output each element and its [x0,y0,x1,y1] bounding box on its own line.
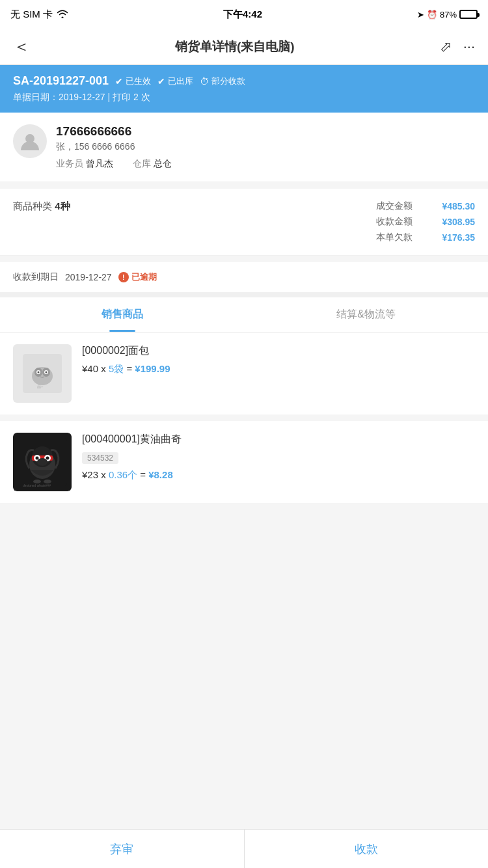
product-name-1: [0000002]面包 [82,344,475,358]
status-badge-shipped: ✔ 已出库 [157,75,193,87]
svg-point-2 [32,367,53,385]
summary-section: 商品种类 4种 成交金额 ¥485.30 收款金额 ¥308.95 本单欠款 ¥… [0,189,488,256]
status-bar: 无 SIM 卡 下午4:42 ➤ ⏰ 87% [0,0,488,29]
more-button[interactable]: ··· [463,38,475,55]
battery-icon [459,10,478,19]
summary-grid: 商品种类 4种 成交金额 ¥485.30 收款金额 ¥308.95 本单欠款 ¥… [13,200,475,243]
warehouse: 仓库 总仓 [133,158,172,170]
status-right: ➤ ⏰ 87% [417,10,478,20]
product-list: 品+ [0000002]面包 ¥40 x 5袋 = ¥199.99 [0,332,488,503]
tab-bar: 销售商品 结算&物流等 [0,297,488,332]
svg-text:designed whats###: designed whats### [23,483,51,487]
svg-point-7 [38,372,40,373]
product-item-1: 品+ [0000002]面包 ¥40 x 5袋 = ¥199.99 [0,332,488,414]
cancel-review-button[interactable]: 弃审 [0,830,245,868]
product-image-2: designed whats### [13,433,72,491]
received-amount-row: 收款金额 ¥308.95 [376,216,475,228]
svg-point-16 [36,457,39,460]
clock-icon: ⏱ [200,76,209,87]
svg-point-8 [46,372,47,373]
svg-point-18 [37,458,47,466]
customer-id: 17666666666 [56,124,475,139]
product-sku-2: 534532 [82,452,475,469]
due-date-section: 收款到期日 2019-12-27 ! 已逾期 [0,262,488,297]
wifi-icon [57,9,68,20]
order-doc-date: 单据日期：2019-12-27 | 打印 2 次 [13,92,475,103]
product-thumb-2: designed whats### [13,433,72,491]
carrier-label: 无 SIM 卡 [10,8,53,21]
product-type-summary: 商品种类 4种 [13,200,70,213]
product-name-2: [000400001]黄油曲奇 [82,433,475,446]
status-left: 无 SIM 卡 [10,8,68,21]
status-time: 下午4:42 [223,8,262,21]
owed-amount-row: 本单欠款 ¥176.35 [376,232,475,243]
page-title: 销货单详情(来自电脑) [175,38,295,55]
overdue-badge: ! 已逾期 [118,271,157,283]
sales-rep: 业务员 曾凡杰 [56,158,113,170]
overdue-icon: ! [118,272,129,282]
due-date-label: 收款到期日 [13,271,59,283]
tab-sales-products[interactable]: 销售商品 [0,297,244,332]
amount-summary: 成交金额 ¥485.30 收款金额 ¥308.95 本单欠款 ¥176.35 [376,200,475,243]
customer-section: 17666666666 张，156 6666 6666 业务员 曾凡杰 仓库 总… [0,113,488,182]
check-icon-1: ✔ [115,76,123,87]
nav-actions: ⬀ ··· [440,38,475,55]
deal-amount-row: 成交金额 ¥485.30 [376,200,475,212]
order-header-top: SA-20191227-001 ✔ 已生效 ✔ 已出库 ⏱ 部分收款 [13,74,475,88]
tab-settlement-logistics[interactable]: 结算&物流等 [244,297,488,332]
bottom-bar: 弃审 收款 [0,829,488,868]
battery-label: 87% [440,10,457,20]
nav-bar: ＜ 销货单详情(来自电脑) ⬀ ··· [0,29,488,65]
product-price-1: ¥40 x 5袋 = ¥199.99 [82,363,475,375]
alarm-icon: ⏰ [427,10,437,20]
order-id: SA-20191227-001 [13,74,109,88]
check-icon-2: ✔ [157,76,165,87]
order-header-band: SA-20191227-001 ✔ 已生效 ✔ 已出库 ⏱ 部分收款 单据日期：… [0,65,488,113]
customer-meta: 业务员 曾凡杰 仓库 总仓 [56,158,475,170]
product-price-2: ¥23 x 0.36个 = ¥8.28 [82,469,475,481]
customer-name-phone: 张，156 6666 6666 [56,141,475,153]
collect-payment-button[interactable]: 收款 [245,830,489,868]
share-button[interactable]: ⬀ [440,38,452,55]
status-badge-active: ✔ 已生效 [115,75,151,87]
due-date-value: 2019-12-27 [65,272,112,282]
svg-text:品+: 品+ [37,385,44,388]
customer-info: 17666666666 张，156 6666 6666 业务员 曾凡杰 仓库 总… [56,124,475,170]
product-item-2: designed whats### [000400001]黄油曲奇 534532… [0,421,488,503]
back-button[interactable]: ＜ [13,35,30,58]
product-info-2: [000400001]黄油曲奇 534532 ¥23 x 0.36个 = ¥8.… [82,433,475,481]
product-thumb-1: 品+ [13,344,72,403]
customer-avatar [13,124,47,158]
svg-point-17 [46,457,49,460]
product-info-1: [0000002]面包 ¥40 x 5袋 = ¥199.99 [82,344,475,375]
overdue-text: 已逾期 [131,271,157,283]
status-badge-partial: ⏱ 部分收款 [200,75,245,87]
location-icon: ➤ [417,10,424,20]
